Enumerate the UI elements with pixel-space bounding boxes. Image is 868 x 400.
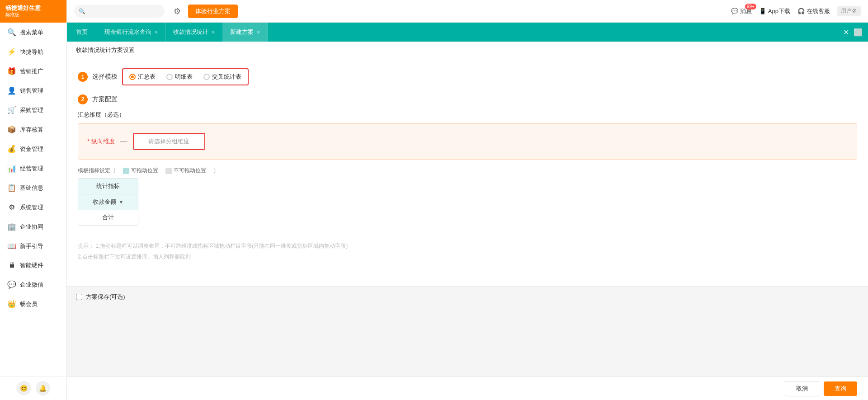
sidebar-item-label: 快捷导航	[20, 48, 43, 56]
sidebar-item-sales[interactable]: 👤 销售管理	[0, 81, 66, 100]
message-badge: 99+	[745, 4, 756, 9]
tabbar-controls: ✕ ⬜	[843, 23, 868, 42]
sidebar-item-wechat[interactable]: 💬 企业微信	[0, 275, 66, 294]
sidebar: 畅捷通好生意 标准版 🔍 搜索菜单 ⚡ 快捷导航 🎁 营销推广 👤 销售管理 🛒…	[0, 0, 67, 400]
sidebar-item-hardware[interactable]: 🖥 智能硬件	[0, 256, 66, 275]
dim-arrow-icon: —	[120, 137, 127, 146]
hint1: 提示： 1.拖动标题栏可以调整布局，不可跨维度或指标区域拖动栏目字段(只能在同一…	[78, 241, 857, 251]
radio-detail-label: 明细表	[175, 73, 193, 81]
topbar: 🔍 ⚙ 体验行业方案 💬 消息 99+ 📱 App下载 🎧 在线客服 用户名	[67, 0, 868, 23]
chart-icon: 📊	[7, 164, 16, 173]
cart-icon: 🛒	[7, 106, 16, 114]
radio-detail[interactable]: 明细表	[166, 73, 193, 81]
cancel-button[interactable]: 取消	[785, 381, 819, 396]
tab-cash-flow-label: 现金银行流水查询	[104, 28, 151, 36]
sidebar-item-label: 企业协同	[20, 223, 43, 231]
sidebar-item-operation[interactable]: 📊 经营管理	[0, 159, 66, 178]
dim-select[interactable]: 请选择分组维度	[133, 133, 205, 150]
settings-icon[interactable]: ⚙	[174, 6, 181, 16]
step1-label: 选择模板	[92, 73, 118, 81]
sidebar-item-finance[interactable]: 💰 资金管理	[0, 139, 66, 159]
download-label: App下载	[768, 7, 790, 15]
lightning-icon: ⚡	[7, 47, 16, 56]
radio-summary[interactable]: 汇总表	[129, 73, 156, 81]
save-label: 方案保存(可选)	[86, 293, 125, 301]
step1-section: 1 选择模板 汇总表 明细表 交叉统计表	[78, 68, 857, 85]
sidebar-bottom-icon-left[interactable]: 😊	[17, 381, 31, 395]
message-icon: 💬	[731, 8, 738, 14]
tab-home[interactable]: 首页	[67, 23, 97, 42]
content-area: 收款情况统计方案设置 1 选择模板 汇总表 明细表	[67, 42, 868, 376]
sidebar-bottom-icon-right[interactable]: 🔔	[36, 381, 50, 395]
maximize-icon[interactable]: ⬜	[854, 28, 863, 37]
message-btn[interactable]: 💬 消息 99+	[731, 7, 752, 15]
sidebar-item-label: 库存核算	[20, 126, 43, 134]
radio-cross[interactable]: 交叉统计表	[203, 73, 241, 81]
dimension-title: 汇总维度（必选）	[78, 111, 857, 119]
sidebar-item-inventory[interactable]: 📦 库存核算	[0, 120, 66, 139]
dimension-area: 纵向维度 — 请选择分组维度	[78, 123, 857, 160]
radio-summary-label: 汇总表	[138, 73, 156, 81]
sidebar-item-label: 采购管理	[20, 106, 43, 114]
headset-icon: 🎧	[797, 8, 805, 14]
close-tab-new-plan-icon[interactable]: ✕	[256, 29, 260, 35]
hint-area: 提示： 1.拖动标题栏可以调整布局，不可跨维度或指标区域拖动栏目字段(只能在同一…	[78, 236, 857, 268]
sidebar-item-label: 搜索菜单	[20, 28, 43, 37]
support-label: 在线客服	[807, 7, 830, 15]
sidebar-item-label: 营销推广	[20, 67, 43, 75]
dim-row: 纵向维度 — 请选择分组维度	[87, 133, 848, 150]
close-tab-cash-flow-icon[interactable]: ✕	[154, 29, 158, 35]
sidebar-item-purchase[interactable]: 🛒 采购管理	[0, 100, 66, 120]
radio-dot-cross	[203, 74, 210, 80]
logo-main: 畅捷通好生意	[5, 5, 41, 12]
sidebar-item-label: 企业微信	[20, 281, 43, 289]
stats-indicator-header: 统计指标	[78, 179, 138, 194]
radio-cross-label: 交叉统计表	[212, 73, 241, 81]
tab-cash-flow[interactable]: 现金银行流水查询 ✕	[97, 23, 166, 42]
indicator-title-text: 模板指标设定（	[78, 167, 116, 174]
save-checkbox[interactable]	[76, 294, 82, 300]
sidebar-item-guide[interactable]: 📖 新手引导	[0, 236, 66, 256]
sidebar-item-search[interactable]: 🔍 搜索菜单	[0, 23, 66, 42]
tab-collection-stats[interactable]: 收款情况统计 ✕	[166, 23, 223, 42]
sidebar-item-system[interactable]: ⚙ 系统管理	[0, 198, 66, 217]
sidebar-item-label: 畅会员	[20, 300, 38, 308]
step2-section: 2 方案配置 汇总维度（必选） 纵向维度 — 请选择分组维度	[78, 94, 857, 268]
sidebar-item-member[interactable]: 👑 畅会员	[0, 294, 66, 314]
sidebar-item-label: 资金管理	[20, 145, 43, 153]
indicator-table: 统计指标 收款金额 ▼ 合计	[78, 178, 138, 226]
radio-dot-detail	[166, 74, 173, 80]
sidebar-bottom: 😊 🔔	[0, 376, 66, 400]
sidebar-item-basic-info[interactable]: 📋 基础信息	[0, 178, 66, 198]
step1-number: 1	[78, 72, 88, 82]
query-button[interactable]: 查询	[824, 381, 857, 396]
industry-btn[interactable]: 体验行业方案	[188, 5, 238, 18]
gift-icon: 🎁	[7, 67, 16, 75]
user-icon: 👤	[7, 86, 16, 95]
template-radio-group: 汇总表 明细表 交叉统计表	[122, 68, 249, 85]
clipboard-icon: 📋	[7, 184, 16, 192]
user-info[interactable]: 用户名	[837, 6, 861, 16]
hint2: 2.点击标题栏下拉可设置排序、插入列和删除列	[78, 252, 857, 262]
support-btn[interactable]: 🎧 在线客服	[797, 7, 830, 15]
fixed-label: 不可拖动位置	[174, 167, 206, 174]
logo-edition: 标准版	[5, 12, 41, 18]
amount-label: 收款金额	[93, 198, 116, 206]
close-tab-collection-icon[interactable]: ✕	[211, 29, 215, 35]
legend-draggable: 可拖动位置	[123, 167, 158, 174]
topbar-search[interactable]: 🔍	[74, 5, 165, 18]
sidebar-item-nav[interactable]: ⚡ 快捷导航	[0, 42, 66, 61]
amount-cell[interactable]: 收款金额 ▼	[78, 194, 138, 210]
close-window-icon[interactable]: ✕	[843, 28, 849, 37]
tab-new-plan[interactable]: 新建方案 ✕	[223, 23, 268, 42]
box-icon: 📦	[7, 125, 16, 134]
page-title: 收款情况统计方案设置	[67, 42, 868, 59]
sidebar-item-marketing[interactable]: 🎁 营销推广	[0, 61, 66, 81]
app-download-btn[interactable]: 📱 App下载	[759, 7, 790, 15]
tab-home-label: 首页	[76, 28, 88, 36]
bracket-close: ）	[213, 167, 219, 174]
sidebar-item-label: 销售管理	[20, 87, 43, 95]
chevron-down-icon: ▼	[119, 199, 124, 205]
sidebar-item-label: 智能硬件	[20, 261, 43, 269]
sidebar-item-collab[interactable]: 🏢 企业协同	[0, 217, 66, 236]
